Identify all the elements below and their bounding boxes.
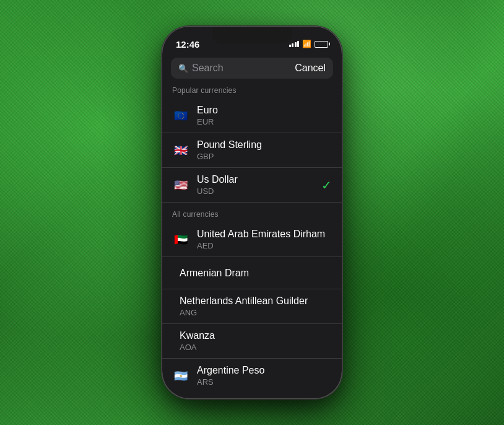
currency-row-aed[interactable]: 🇦🇪 United Arab Emirates Dirham AED	[162, 222, 342, 257]
phone-shell: 12:46 📶 🔍 Search Cancel	[162, 27, 342, 398]
status-time: 12:46	[176, 39, 199, 50]
currency-name-usd: Us Dollar	[197, 174, 314, 185]
currency-code-usd: USD	[197, 186, 314, 196]
currency-row-aoa[interactable]: Kwanza AOA	[162, 324, 342, 359]
currency-row-usd[interactable]: 🇺🇸 Us Dollar USD ✓	[162, 168, 342, 203]
currency-name-gbp: Pound Sterling	[197, 139, 332, 151]
selected-checkmark-usd: ✓	[321, 178, 332, 193]
wifi-icon: 📶	[302, 40, 311, 48]
currency-info-aed: United Arab Emirates Dirham AED	[197, 229, 332, 250]
currency-code-gbp: GBP	[197, 152, 332, 161]
currency-list[interactable]: Popular currencies 🇪🇺 Euro EUR 🇬🇧 Pound …	[162, 79, 342, 388]
currency-name-ars: Argentine Peso	[197, 365, 332, 376]
currency-code-aed: AED	[197, 241, 332, 250]
search-input[interactable]: Search	[192, 63, 291, 74]
flag-ars: 🇦🇷	[172, 367, 189, 385]
currency-row-eur[interactable]: 🇪🇺 Euro EUR	[162, 99, 342, 133]
currency-row-ang[interactable]: Netherlands Antillean Guilder ANG	[162, 289, 342, 324]
currency-name-eur: Euro	[197, 105, 332, 116]
currency-name-aed: United Arab Emirates Dirham	[197, 229, 332, 240]
currency-code-ars: ARS	[197, 377, 332, 387]
phone-screen: 12:46 📶 🔍 Search Cancel	[162, 27, 342, 398]
currency-code-eur: EUR	[197, 117, 332, 126]
currency-row-ars[interactable]: 🇦🇷 Argentine Peso ARS	[162, 359, 342, 388]
currency-name-ang: Netherlands Antillean Guilder	[180, 296, 332, 307]
signal-icon	[289, 41, 300, 47]
flag-aed: 🇦🇪	[172, 231, 189, 248]
currency-info-ars: Argentine Peso ARS	[197, 365, 332, 387]
phone-notch	[212, 27, 292, 44]
currency-code-aoa: AOA	[180, 343, 332, 352]
section-header-all: All currencies	[162, 203, 342, 222]
currency-info-ang: Netherlands Antillean Guilder ANG	[180, 296, 332, 317]
flag-gbp: 🇬🇧	[172, 142, 189, 159]
currency-code-ang: ANG	[180, 308, 332, 317]
currency-info-aoa: Kwanza AOA	[180, 330, 332, 352]
currency-name-amd: Armenian Dram	[180, 268, 332, 279]
search-icon: 🔍	[178, 64, 188, 73]
currency-name-aoa: Kwanza	[180, 330, 332, 341]
flag-eur: 🇪🇺	[172, 107, 189, 125]
search-bar[interactable]: 🔍 Search Cancel	[171, 58, 333, 79]
flag-usd: 🇺🇸	[172, 177, 189, 194]
currency-info-usd: Us Dollar USD	[197, 174, 314, 196]
currency-info-gbp: Pound Sterling GBP	[197, 139, 332, 161]
currency-row-gbp[interactable]: 🇬🇧 Pound Sterling GBP	[162, 133, 342, 168]
section-header-popular: Popular currencies	[162, 79, 342, 99]
currency-info-amd: Armenian Dram	[180, 268, 332, 279]
currency-row-amd[interactable]: Armenian Dram	[162, 257, 342, 289]
currency-info-eur: Euro EUR	[197, 105, 332, 126]
cancel-button[interactable]: Cancel	[295, 63, 326, 74]
status-icons: 📶	[289, 40, 329, 48]
battery-icon	[315, 41, 328, 48]
